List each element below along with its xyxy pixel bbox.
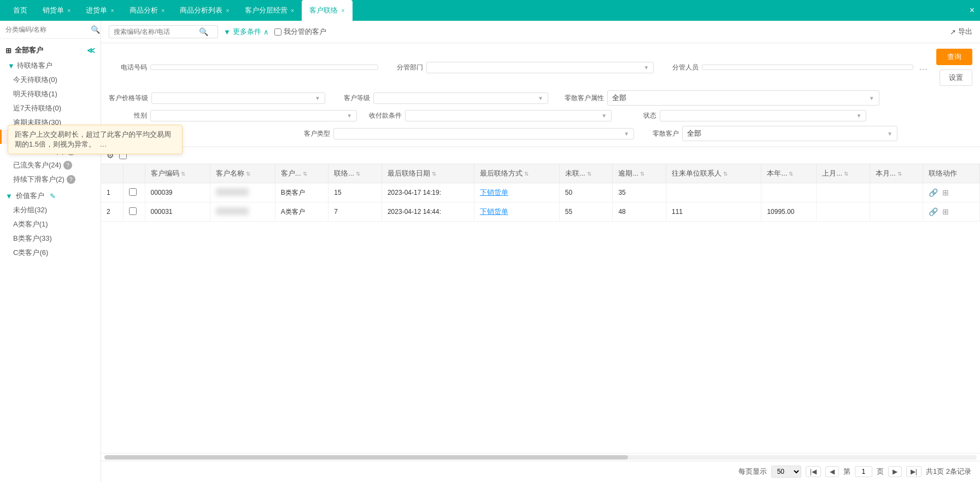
tab-customer-layer-close[interactable]: ×	[291, 7, 294, 14]
th-checkbox	[123, 164, 145, 183]
row1-action-icons: 🔗 ⊞	[929, 188, 974, 197]
th-contact-person: 往来单位联系人 ⇅	[666, 164, 761, 183]
tab-customer-layer[interactable]: 客户分层经营 ×	[237, 0, 302, 21]
th-name: 客户名称 ⇅	[210, 164, 275, 183]
sort-contact-person[interactable]: 往来单位联系人 ⇅	[672, 169, 755, 178]
row2-grid-icon[interactable]: ⊞	[942, 207, 949, 216]
sort-last-method[interactable]: 最后联络方式 ⇅	[480, 169, 554, 178]
sort-this-month[interactable]: 本月... ⇅	[876, 169, 918, 178]
tab-purchase-close[interactable]: ×	[110, 7, 114, 14]
status-select[interactable]: ▼	[660, 110, 866, 121]
tab-purchase[interactable]: 进货单 ×	[78, 0, 121, 21]
sort-overdue[interactable]: 逾期... ⇅	[618, 169, 660, 178]
per-page-label: 每页显示	[738, 467, 767, 477]
row1-grid-icon[interactable]: ⊞	[942, 188, 949, 197]
payment-select[interactable]: ▼	[405, 110, 612, 121]
retail-attr-select[interactable]: 全部 ▼	[607, 90, 879, 106]
sidebar-b-class[interactable]: B类客户(33)	[0, 231, 101, 246]
tooltip-dots[interactable]: …	[99, 140, 107, 148]
sidebar-search-icon[interactable]: 🔍	[91, 25, 100, 34]
already-lost-info-icon[interactable]: ?	[63, 161, 72, 170]
sort-code[interactable]: 客户编码 ⇅	[151, 169, 204, 178]
row1-method-link[interactable]: 下销货单	[480, 188, 508, 196]
row1-check[interactable]	[129, 188, 137, 196]
customer-grade-select[interactable]: ▼	[373, 92, 548, 104]
table-area[interactable]: 客户编码 ⇅ 客户名称 ⇅ 客户...	[101, 164, 980, 453]
sort-name[interactable]: 客户名称 ⇅	[216, 169, 269, 178]
sort-type[interactable]: 客户... ⇅	[281, 169, 323, 178]
sidebar-pending-contact[interactable]: ▼ 待联络客户	[0, 59, 101, 73]
settings-button[interactable]: 设置	[940, 69, 972, 86]
sidebar-today-pending[interactable]: 今天待联络(0)	[0, 73, 101, 87]
sidebar-week-pending[interactable]: 近7天待联络(0)	[0, 101, 101, 115]
sort-last-month[interactable]: 上月... ⇅	[822, 169, 864, 178]
gender-select[interactable]: ▼	[150, 110, 357, 121]
sidebar-c-class[interactable]: C类客户(6)	[0, 246, 101, 260]
price-grade-select[interactable]: ▼	[151, 92, 325, 104]
my-customers-checkbox-area[interactable]: 我分管的客户	[274, 27, 326, 37]
row2-check[interactable]	[129, 207, 137, 215]
scroll-track[interactable]	[104, 455, 977, 460]
tab-home[interactable]: 首页	[5, 0, 35, 21]
tab-sales-close[interactable]: ×	[67, 7, 71, 14]
customer-type-label: 客户类型	[292, 129, 330, 138]
collapse-icon[interactable]: ≪	[87, 46, 95, 55]
next-page-button[interactable]: ▶	[888, 466, 902, 477]
query-button[interactable]: 查询	[936, 49, 972, 65]
tab-product-list-close[interactable]: ×	[226, 7, 229, 14]
tab-product-analysis[interactable]: 商品分析 ×	[122, 0, 172, 21]
filter-row-4: … 客户类型 ▼ 零散客户 全部 ▼	[109, 126, 972, 141]
row1-last-method[interactable]: 下销货单	[474, 183, 559, 202]
first-page-button[interactable]: |◀	[806, 466, 821, 477]
window-close-button[interactable]: ×	[970, 5, 975, 15]
sort-last-date[interactable]: 最后联络日期 ⇅	[388, 169, 468, 178]
sort-uncontacted[interactable]: 未联... ⇅	[565, 169, 607, 178]
search-icon[interactable]: 🔍	[199, 27, 208, 36]
sidebar-all-customers[interactable]: ⊞ 全部客户 ≪	[0, 42, 101, 59]
row2-method-link[interactable]: 下销货单	[480, 207, 508, 216]
row2-last-method[interactable]: 下销货单	[474, 202, 559, 222]
sort-icon-this-year: ⇅	[789, 171, 793, 177]
phone-input[interactable]	[150, 65, 378, 70]
tab-customer-contact-close[interactable]: ×	[341, 7, 344, 14]
data-table: 客户编码 ⇅ 客户名称 ⇅ 客户...	[101, 164, 980, 222]
sidebar-search-input[interactable]	[5, 26, 87, 33]
sidebar-a-class[interactable]: A类客户(1)	[0, 217, 101, 231]
tab-product-list[interactable]: 商品分析列表 ×	[172, 0, 237, 21]
page-input[interactable]	[855, 466, 872, 477]
sidebar-tomorrow-pending[interactable]: 明天待联络(1)	[0, 87, 101, 101]
row1-link-icon[interactable]: 🔗	[929, 188, 938, 197]
export-button[interactable]: ↗ 导出	[950, 27, 972, 37]
more-conditions-button[interactable]: ▼ 更多条件 ∧	[224, 27, 269, 37]
customer-type-select[interactable]: ▼	[333, 128, 634, 140]
sidebar-ungroup[interactable]: 未分组(32)	[0, 203, 101, 217]
horizontal-scrollbar[interactable]	[101, 453, 980, 461]
tab-purchase-label: 进货单	[86, 5, 107, 15]
prev-page-button[interactable]: ◀	[825, 466, 839, 477]
tab-customer-contact[interactable]: 客户联络 ×	[302, 0, 352, 21]
row1-last-month	[817, 183, 870, 202]
manager-dots[interactable]: …	[917, 62, 930, 72]
sidebar-value-customers-header[interactable]: ▼ 价值客户 ✎	[0, 189, 101, 203]
dept-select[interactable]: ▼	[426, 62, 654, 73]
per-page-select[interactable]: 50 100 200	[771, 466, 801, 478]
manager-input[interactable]	[702, 65, 913, 70]
last-page-button[interactable]: ▶|	[906, 466, 922, 477]
row2-checkbox[interactable]	[123, 202, 145, 222]
my-customers-checkbox[interactable]	[274, 28, 281, 36]
row2-link-icon[interactable]: 🔗	[929, 207, 938, 216]
tab-product-analysis-close[interactable]: ×	[161, 7, 165, 14]
row1-checkbox[interactable]	[123, 183, 145, 202]
scroll-thumb[interactable]	[104, 455, 628, 460]
row1-this-year	[761, 183, 817, 202]
search-input[interactable]	[114, 28, 196, 36]
declining-info-icon[interactable]: ?	[67, 175, 75, 184]
edit-icon[interactable]: ✎	[50, 192, 56, 200]
sidebar-declining[interactable]: 持续下滑客户(2) ?	[0, 172, 101, 187]
sort-contact[interactable]: 联络... ⇅	[334, 169, 376, 178]
sidebar-already-lost[interactable]: 已流失客户(24) ?	[0, 158, 101, 172]
retail-customer-select[interactable]: 全部 ▼	[682, 126, 897, 141]
th-last-method: 最后联络方式 ⇅	[474, 164, 559, 183]
sort-this-year[interactable]: 本年... ⇅	[767, 169, 811, 178]
tab-sales[interactable]: 销货单 ×	[35, 0, 78, 21]
